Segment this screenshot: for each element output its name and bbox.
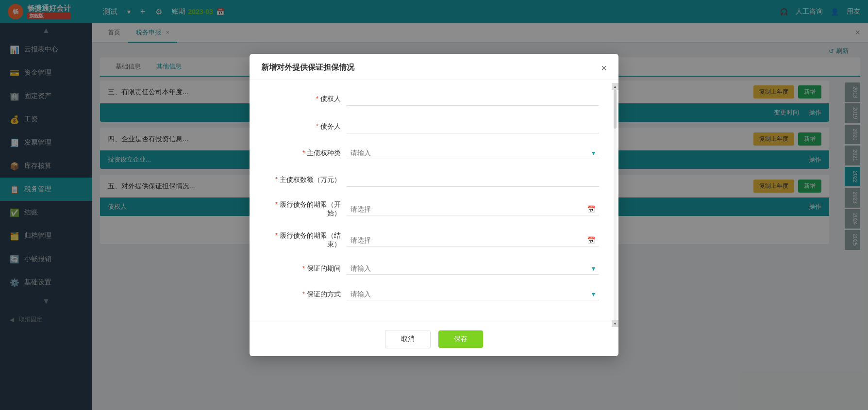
select-guarantee-period[interactable]: ▾ [347, 262, 599, 275]
label-claim-amount: * 主债权数额（万元） [269, 176, 347, 184]
form-row-debtor: * 债务人 [269, 119, 599, 133]
save-button[interactable]: 保存 [438, 330, 483, 348]
calendar-start-icon[interactable]: 📅 [587, 205, 595, 213]
label-debtor: * 债务人 [269, 122, 347, 131]
form-row-period-start: * 履行债务的期限（开始） 📅 [269, 200, 599, 218]
modal-footer: 取消 保存 [250, 322, 618, 356]
modal-close-button[interactable]: × [601, 63, 607, 73]
input-debtor[interactable] [347, 119, 599, 133]
date-period-end[interactable]: 📅 [347, 234, 599, 246]
form-row-claim-amount: * 主债权数额（万元） [269, 173, 599, 187]
select-guarantee-method[interactable]: ▾ [347, 288, 599, 300]
scrollbar-track [614, 90, 617, 320]
chevron-claim-type-icon[interactable]: ▾ [592, 149, 595, 157]
input-guarantee-period[interactable] [351, 264, 592, 272]
label-claim-type: * 主债权种类 [269, 149, 347, 158]
input-creditor[interactable] [347, 92, 599, 106]
modal-dialog: 新增对外提供保证担保情况 × ▲ ▼ * 债权人 * [250, 54, 618, 356]
form-row-guarantee-period: * 保证的期间 ▾ [269, 262, 599, 275]
input-period-start[interactable] [351, 205, 587, 213]
input-guarantee-method[interactable] [351, 290, 592, 298]
form-row-claim-type: * 主债权种类 ▾ [269, 147, 599, 159]
cancel-button[interactable]: 取消 [385, 330, 431, 348]
scroll-down-btn[interactable]: ▼ [612, 320, 618, 327]
form-row-period-end: * 履行债务的期限（结束） 📅 [269, 231, 599, 249]
select-claim-type[interactable]: ▾ [347, 147, 599, 159]
label-period-start: * 履行债务的期限（开始） [269, 200, 347, 218]
calendar-end-icon[interactable]: 📅 [587, 236, 595, 244]
modal-header: 新增对外提供保证担保情况 × [250, 54, 618, 80]
date-period-start[interactable]: 📅 [347, 203, 599, 215]
modal-title: 新增对外提供保证担保情况 [261, 63, 354, 73]
scroll-up-btn[interactable]: ▲ [612, 83, 618, 90]
label-guarantee-period: * 保证的期间 [269, 264, 347, 273]
modal-body: * 债权人 * 债务人 * 主债权种类 [250, 80, 618, 322]
input-period-end[interactable] [351, 236, 587, 244]
modal-overlay: 新增对外提供保证担保情况 × ▲ ▼ * 债权人 * [0, 0, 868, 410]
label-period-end: * 履行债务的期限（结束） [269, 231, 347, 249]
label-guarantee-method: * 保证的方式 [269, 290, 347, 299]
form-row-creditor: * 债权人 [269, 92, 599, 106]
form-row-guarantee-method: * 保证的方式 ▾ [269, 288, 599, 300]
label-creditor: * 债权人 [269, 95, 347, 103]
chevron-guarantee-period-icon[interactable]: ▾ [592, 264, 595, 272]
modal-scrollbar[interactable]: ▲ ▼ [612, 83, 618, 327]
chevron-guarantee-method-icon[interactable]: ▾ [592, 290, 595, 298]
input-claim-type[interactable] [351, 149, 592, 157]
scrollbar-thumb [614, 90, 617, 129]
input-claim-amount[interactable] [347, 173, 599, 187]
